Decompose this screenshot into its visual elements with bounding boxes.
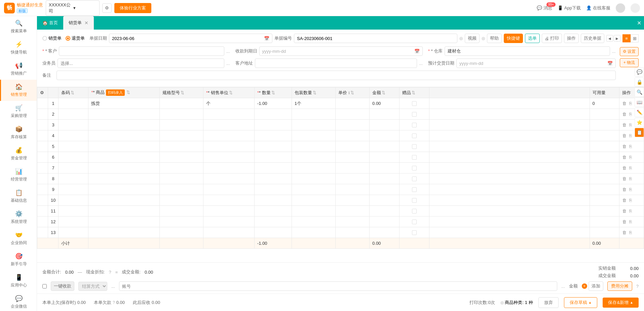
row-gift-5[interactable]: [400, 152, 429, 163]
row-pack-qty-11[interactable]: [292, 217, 335, 227]
copy-row-icon-8[interactable]: ⎘: [629, 187, 632, 192]
customer-addr-dots[interactable]: ...: [419, 61, 423, 66]
add-amount-btn[interactable]: +: [582, 283, 587, 289]
calc-method-select[interactable]: 结算方式: [78, 282, 107, 291]
row-price-0[interactable]: [335, 98, 369, 109]
row-barcode-12[interactable]: [59, 227, 88, 238]
row-pack-qty-10[interactable]: [292, 206, 335, 217]
radio-return[interactable]: 退货单: [66, 35, 85, 41]
row-spec-5[interactable]: [159, 152, 203, 163]
float-btn-4[interactable]: 📖: [635, 98, 644, 107]
save-new-button[interactable]: 保存&新增 ▲: [603, 298, 639, 308]
row-amount-2[interactable]: [370, 120, 400, 130]
copy-row-icon-5[interactable]: ⎘: [629, 155, 632, 160]
row-unit-7[interactable]: [203, 173, 254, 184]
expense-help-icon[interactable]: ?: [636, 284, 639, 289]
delete-row-icon-8[interactable]: 🗑: [622, 187, 627, 192]
row-spec-10[interactable]: [159, 206, 203, 217]
row-barcode-6[interactable]: [59, 163, 88, 173]
row-price-12[interactable]: [335, 227, 369, 238]
row-spec-9[interactable]: [159, 195, 203, 206]
row-amount-8[interactable]: [370, 184, 400, 195]
row-spec-6[interactable]: [159, 163, 203, 173]
close-window-icon[interactable]: ✕: [637, 20, 641, 26]
row-gift-12[interactable]: [400, 227, 429, 238]
float-btn-orange[interactable]: 📋: [635, 128, 644, 137]
row-price-10[interactable]: [335, 206, 369, 217]
row-amount-4[interactable]: [370, 141, 400, 152]
row-spec-12[interactable]: [159, 227, 203, 238]
sidebar-item-funds[interactable]: 💰 资金管理: [0, 143, 37, 164]
tab-sales-order[interactable]: 销货单 ✕: [63, 16, 94, 30]
delete-row-icon-1[interactable]: 🗑: [622, 112, 627, 117]
row-unit-8[interactable]: [203, 184, 254, 195]
row-gift-7[interactable]: [400, 173, 429, 184]
row-product-4[interactable]: [88, 141, 159, 152]
arrears-help-icon[interactable]: ?: [113, 300, 115, 305]
row-product-11[interactable]: [88, 217, 159, 227]
shortcut-btn[interactable]: 快捷键: [504, 34, 523, 43]
row-price-1[interactable]: [335, 109, 369, 120]
row-qty-5[interactable]: [254, 152, 292, 163]
row-unit-1[interactable]: [203, 109, 254, 120]
row-product-1[interactable]: [88, 109, 159, 120]
row-qty-12[interactable]: [254, 227, 292, 238]
row-price-6[interactable]: [335, 163, 369, 173]
float-btn-3[interactable]: 🔍: [635, 87, 644, 97]
row-spec-4[interactable]: [159, 141, 203, 152]
copy-row-icon-12[interactable]: ⎘: [629, 230, 632, 235]
row-product-3[interactable]: [88, 130, 159, 141]
row-spec-7[interactable]: [159, 173, 203, 184]
row-amount-0[interactable]: 0.00: [370, 98, 400, 109]
row-barcode-10[interactable]: [59, 206, 88, 217]
row-product-12[interactable]: [88, 227, 159, 238]
row-pack-qty-3[interactable]: [292, 130, 335, 141]
row-price-11[interactable]: [335, 217, 369, 227]
delete-row-icon-3[interactable]: 🗑: [622, 133, 627, 138]
row-price-3[interactable]: [335, 130, 369, 141]
row-gift-11[interactable]: [400, 217, 429, 227]
row-pack-qty-6[interactable]: [292, 163, 335, 173]
row-gift-2[interactable]: [400, 120, 429, 130]
delete-row-icon-10[interactable]: 🗑: [622, 208, 627, 213]
message-button[interactable]: 💬 消息 99+: [537, 5, 552, 11]
help-btn[interactable]: 帮助: [487, 34, 502, 43]
row-gift-1[interactable]: [400, 109, 429, 120]
copy-row-icon-2[interactable]: ⎘: [629, 122, 632, 127]
delete-row-icon-7[interactable]: 🗑: [622, 176, 627, 181]
copy-row-icon-7[interactable]: ⎘: [629, 176, 632, 181]
row-spec-1[interactable]: [159, 109, 203, 120]
row-qty-4[interactable]: [254, 141, 292, 152]
row-product-9[interactable]: [88, 195, 159, 206]
row-gift-8[interactable]: [400, 184, 429, 195]
app-download-button[interactable]: 📱 App下载: [558, 5, 581, 11]
row-qty-11[interactable]: [254, 217, 292, 227]
add-btn[interactable]: 添加: [589, 281, 603, 291]
row-unit-6[interactable]: [203, 163, 254, 173]
row-pack-qty-0[interactable]: 1个: [292, 98, 335, 109]
row-amount-1[interactable]: [370, 109, 400, 120]
row-spec-0[interactable]: [159, 98, 203, 109]
row-pack-qty-5[interactable]: [292, 152, 335, 163]
row-unit-9[interactable]: [203, 195, 254, 206]
payment-btn[interactable]: 一键收款: [51, 281, 74, 291]
row-pack-qty-8[interactable]: [292, 184, 335, 195]
float-btn-1[interactable]: 💬: [635, 67, 644, 77]
row-price-2[interactable]: [335, 120, 369, 130]
row-pack-qty-12[interactable]: [292, 227, 335, 238]
row-qty-8[interactable]: [254, 184, 292, 195]
history-btn[interactable]: 历史单据: [581, 34, 604, 43]
row-amount-3[interactable]: [370, 130, 400, 141]
sidebar-item-purchase[interactable]: 🛒 采购管理: [0, 101, 37, 122]
sidebar-item-inventory[interactable]: 📦 库存核算: [0, 122, 37, 143]
delete-row-icon-6[interactable]: 🗑: [622, 165, 627, 170]
account-input[interactable]: [119, 281, 557, 291]
row-unit-5[interactable]: [203, 152, 254, 163]
warehouse-dots[interactable]: ...: [612, 49, 616, 54]
sidebar-item-basic[interactable]: 📋 基础信息: [0, 186, 37, 207]
row-barcode-7[interactable]: [59, 173, 88, 184]
row-gift-0[interactable]: [400, 98, 429, 109]
sidebar-item-operations[interactable]: 📊 经营管理: [0, 164, 37, 186]
sidebar-item-search[interactable]: 🔍 搜索菜单: [0, 16, 37, 37]
select-btn[interactable]: 选单: [525, 34, 540, 43]
